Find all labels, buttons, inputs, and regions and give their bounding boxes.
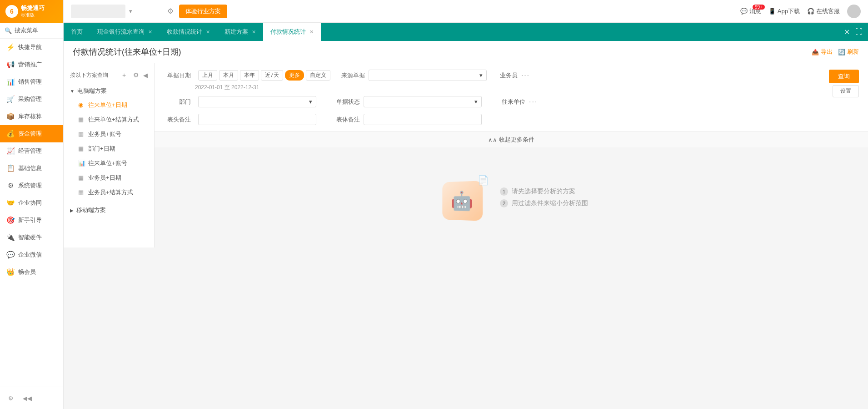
tab-bank-flow-label: 现金银行流水查询 [97, 28, 145, 36]
topbar-settings-icon[interactable]: ⚙ [167, 7, 174, 15]
scheme-dept-date-label: 部门+日期 [88, 145, 115, 153]
desktop-group-title[interactable]: ▼ 电脑端方案 [64, 84, 154, 98]
scheme-panel-header: 按以下方案查询 + ⚙ ◀ [64, 69, 154, 84]
collapse-more-btn[interactable]: ∧∧ 收起更多条件 [155, 131, 868, 147]
sidebar-item-guide[interactable]: 🎯 新手引导 [0, 212, 63, 229]
guide-icon: 🎯 [6, 216, 15, 224]
tab-new-scheme-close[interactable]: ✕ [252, 29, 256, 35]
sidebar-item-sales[interactable]: 📊 销售管理 [0, 73, 63, 91]
body-note-input[interactable] [364, 114, 482, 125]
sidebar-item-enterprise[interactable]: 🤝 企业协同 [0, 194, 63, 212]
scheme-icon: ▦ [78, 116, 85, 123]
source-select[interactable]: ▾ [369, 70, 487, 81]
scheme-icon: ▦ [78, 174, 85, 182]
topbar-dropdown-icon[interactable]: ▾ [129, 8, 132, 15]
scheme-panel-title: 按以下方案查询 [70, 71, 108, 79]
header-note-input[interactable] [198, 114, 316, 125]
query-btn[interactable]: 查询 [829, 70, 859, 83]
scheme-staff-settle[interactable]: ▦ 业务员+结算方式 [64, 185, 154, 200]
app-download-btn[interactable]: 📱 App下载 [768, 7, 800, 15]
date-btn-more[interactable]: 更多 [285, 70, 304, 81]
sidebar-item-operations[interactable]: 📈 经营管理 [0, 142, 63, 160]
scheme-icon: ▦ [78, 189, 85, 196]
tab-receivable[interactable]: 收款情况统计 ✕ [160, 23, 217, 41]
filter-settings-btn[interactable]: 设置 [833, 85, 859, 97]
refresh-btn[interactable]: 🔄 刷新 [838, 48, 859, 56]
export-btn[interactable]: 📤 导出 [812, 48, 833, 56]
voucher-status-select[interactable]: ▾ [364, 96, 482, 107]
dept-select[interactable]: ▾ [198, 96, 316, 107]
scheme-icon: ▦ [78, 131, 85, 138]
scheme-collapse-btn[interactable]: ◀ [143, 72, 148, 79]
user-avatar[interactable] [847, 5, 861, 18]
online-service-btn[interactable]: 🎧 在线客服 [807, 7, 840, 15]
sidebar-item-finance[interactable]: 💰 资金管理 [0, 125, 63, 142]
app-edition: 标准版 [21, 12, 45, 18]
search-menu[interactable]: 🔍 搜索菜单 [0, 23, 63, 39]
scheme-settings-btn[interactable]: ⚙ [131, 71, 140, 80]
sidebar-item-hardware[interactable]: 🔌 智能硬件 [0, 229, 63, 246]
date-btn-last-7[interactable]: 近7天 [261, 70, 283, 81]
scheme-unit-account-label: 往来单位+账号 [88, 159, 127, 167]
scheme-staff-date-label: 业务员+日期 [88, 174, 121, 182]
sidebar-collapse-btn[interactable]: ◀◀ [21, 392, 34, 404]
date-btn-custom[interactable]: 自定义 [306, 70, 330, 81]
tab-payment-stats[interactable]: 付款情况统计 ✕ [263, 23, 321, 41]
notifications-btn[interactable]: 💬 消息 99+ [740, 7, 761, 15]
sidebar-item-system[interactable]: ⚙ 系统管理 [0, 177, 63, 194]
date-btn-this-month[interactable]: 本月 [219, 70, 238, 81]
sidebar-item-marketing[interactable]: 📢 营销推广 [0, 56, 63, 73]
scheme-staff-date[interactable]: ▦ 业务员+日期 [64, 171, 154, 185]
scheme-unit-account[interactable]: 📊 往来单位+账号 [64, 156, 154, 171]
chevron-up-icon: ∧∧ [488, 136, 497, 143]
scheme-icon: ▦ [78, 145, 85, 152]
tabbar: 首页 现金银行流水查询 ✕ 收款情况统计 ✕ 新建方案 ✕ 付款情况统计 ✕ ✕… [64, 23, 868, 41]
online-service-label: 在线客服 [816, 7, 840, 15]
purchase-icon: 🛒 [6, 95, 15, 103]
sales-icon: 📊 [6, 78, 15, 86]
topbar: ▾ ⚙ 体验行业方案 💬 消息 99+ 📱 App下载 🎧 在线客服 [64, 0, 868, 23]
tab-bank-flow-close[interactable]: ✕ [148, 29, 152, 35]
select-chevron-icon: ▾ [479, 72, 483, 79]
empty-state: 🤖 📄 1 请先选择要分析的方案 2 [425, 147, 597, 247]
sidebar-item-inventory[interactable]: 📦 库存核算 [0, 108, 63, 125]
tab-new-scheme[interactable]: 新建方案 ✕ [217, 23, 263, 41]
sidebar-item-wechat[interactable]: 💬 企业微信 [0, 246, 63, 263]
search-menu-label: 搜索菜单 [15, 26, 38, 35]
tip-num-1: 1 [500, 187, 508, 196]
scheme-unit-date[interactable]: ◉ 往来单位+日期 [64, 98, 154, 112]
message-icon: 💬 [740, 8, 748, 15]
tab-bank-flow[interactable]: 现金银行流水查询 ✕ [90, 23, 160, 41]
tab-receivable-close[interactable]: ✕ [206, 29, 210, 35]
sidebar-settings-btn[interactable]: ⚙ [5, 392, 17, 404]
sidebar-item-quick-nav[interactable]: ⚡ 快捷导航 [0, 39, 63, 56]
sidebar-item-member[interactable]: 👑 畅会员 [0, 263, 63, 281]
trial-btn[interactable]: 体验行业方案 [179, 5, 227, 18]
staff-dots-btn[interactable]: ··· [521, 71, 530, 80]
scheme-add-btn[interactable]: + [120, 71, 129, 80]
chevron-right-icon: ▶ [70, 208, 74, 213]
mobile-group-title[interactable]: ▶ 移动端方案 [64, 203, 154, 217]
date-btn-last-month[interactable]: 上月 [198, 70, 217, 81]
empty-paper-icon: 📄 [478, 175, 489, 186]
related-unit-label: 往来单位 [498, 98, 525, 106]
source-filter-label: 来源单据 [338, 71, 365, 80]
brand-avatar [71, 5, 125, 18]
tab-home[interactable]: 首页 [64, 23, 90, 41]
tab-expand-btn[interactable]: ⛶ [853, 26, 864, 38]
scheme-unit-settle[interactable]: ▦ 往来单位+结算方式 [64, 112, 154, 127]
sidebar-item-purchase[interactable]: 🛒 采购管理 [0, 91, 63, 108]
filter-row-2: 部门 ▾ 单据状态 ▾ [164, 96, 822, 107]
sidebar-item-label: 企业微信 [18, 251, 42, 259]
sidebar-item-basics[interactable]: 📋 基础信息 [0, 160, 63, 177]
notifications-badge: 99+ [753, 5, 765, 10]
related-unit-dots-btn[interactable]: ··· [529, 98, 538, 106]
scheme-panel-actions: + ⚙ ◀ [120, 71, 148, 80]
collapse-more-label: 收起更多条件 [499, 136, 534, 144]
date-btn-this-year[interactable]: 本年 [240, 70, 259, 81]
tab-close-all-btn[interactable]: ✕ [842, 26, 852, 38]
tab-payment-stats-close[interactable]: ✕ [309, 29, 314, 35]
scheme-staff-account[interactable]: ▦ 业务员+账号 [64, 127, 154, 141]
scheme-dept-date[interactable]: ▦ 部门+日期 [64, 141, 154, 156]
sidebar-item-label: 库存核算 [18, 112, 42, 121]
